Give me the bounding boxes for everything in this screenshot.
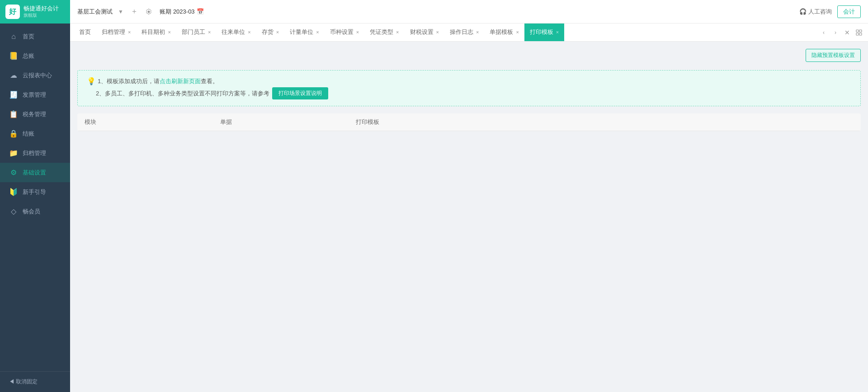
tab-close-icon[interactable]: × bbox=[276, 29, 279, 35]
tab-printtemplate[interactable]: 打印模板 × bbox=[524, 24, 564, 42]
tab-close-icon[interactable]: × bbox=[316, 29, 319, 35]
tab-close-all-button[interactable]: ✕ bbox=[842, 27, 853, 38]
sidebar-item-guide[interactable]: 🔰 新手引导 bbox=[0, 182, 70, 202]
tab-printtemplate-label: 打印模板 bbox=[530, 28, 553, 36]
add-tab-button[interactable]: ＋ bbox=[129, 6, 140, 17]
tab-oplog-label: 操作日志 bbox=[450, 28, 473, 36]
topbar-actions: ＋ bbox=[129, 6, 154, 17]
svg-rect-3 bbox=[856, 33, 859, 35]
sidebar-item-reports[interactable]: ☁ 云报表中心 bbox=[0, 66, 70, 85]
col-module-header: 模块 bbox=[85, 118, 220, 126]
refresh-link[interactable]: 点击刷新新页面 bbox=[160, 77, 201, 85]
notice-box: 💡 1、模板添加成功后，请 点击刷新新页面 查看。 2、多员工、多打印机、多种业… bbox=[77, 70, 861, 106]
tab-close-icon[interactable]: × bbox=[476, 29, 479, 35]
tab-oplog[interactable]: 操作日志 × bbox=[444, 24, 484, 42]
table-header: 模块 单据 打印模板 bbox=[77, 113, 861, 131]
tab-close-icon[interactable]: × bbox=[208, 29, 211, 35]
home-icon: ⌂ bbox=[9, 33, 18, 41]
tab-prev-button[interactable]: ‹ bbox=[818, 27, 829, 38]
tab-home-label: 首页 bbox=[79, 28, 91, 36]
sidebar: 好 畅捷通好会计 旗舰版 ⌂ 首页 📒 总账 ☁ 云报表中心 🧾 发票管理 📋 … bbox=[0, 0, 70, 392]
tab-subject-label: 科目期初 bbox=[142, 28, 165, 36]
tab-archive[interactable]: 归档管理 × bbox=[96, 24, 136, 42]
tab-close-icon[interactable]: × bbox=[356, 29, 359, 35]
reports-icon: ☁ bbox=[9, 71, 18, 80]
sidebar-item-invoice[interactable]: 🧾 发票管理 bbox=[0, 85, 70, 104]
support-button[interactable]: 🎧 人工咨询 bbox=[799, 8, 832, 16]
sidebar-item-ledger[interactable]: 📒 总账 bbox=[0, 46, 70, 66]
sidebar-logo: 好 畅捷通好会计 旗舰版 bbox=[0, 0, 70, 24]
guide-icon: 🔰 bbox=[9, 188, 18, 196]
tab-subject[interactable]: 科目期初 × bbox=[136, 24, 176, 42]
ledger-icon: 📒 bbox=[9, 52, 18, 60]
content-area: 隐藏预置模板设置 💡 1、模板添加成功后，请 点击刷新新页面 查看。 2、多员工… bbox=[70, 42, 868, 392]
account-button[interactable]: 会计 bbox=[837, 5, 861, 18]
tab-home[interactable]: 首页 bbox=[74, 24, 96, 42]
notice-line1-suffix: 查看。 bbox=[201, 77, 218, 85]
headset-icon: 🎧 bbox=[799, 8, 807, 15]
tab-finance[interactable]: 财税设置 × bbox=[405, 24, 444, 42]
tab-dept[interactable]: 部门员工 × bbox=[176, 24, 216, 42]
tax-icon: 📋 bbox=[9, 110, 18, 118]
tab-currency[interactable]: 币种设置 × bbox=[325, 24, 364, 42]
topbar: 基层工会测试 ▼ ＋ 账期 2023-03 📅 🎧 人工咨询 会计 bbox=[70, 0, 868, 24]
tab-unit[interactable]: 计量单位 × bbox=[284, 24, 324, 42]
tab-unit-label: 计量单位 bbox=[290, 28, 313, 36]
sidebar-footer-label: ◀ 取消固定 bbox=[9, 378, 38, 386]
tab-close-icon[interactable]: × bbox=[396, 29, 399, 35]
close-period-icon: 🔒 bbox=[9, 129, 18, 138]
sidebar-item-label: 归档管理 bbox=[23, 149, 46, 157]
tab-close-icon[interactable]: × bbox=[556, 29, 559, 35]
topbar-right: 🎧 人工咨询 会计 bbox=[799, 5, 861, 18]
logo-title: 畅捷通好会计 bbox=[24, 5, 59, 13]
col-template-header: 打印模板 bbox=[356, 118, 854, 126]
notice-line-2: 2、多员工、多打印机、多种业务类型设置不同打印方案等，请参考 打印场景设置说明 bbox=[87, 87, 851, 99]
archive-icon: 📁 bbox=[9, 149, 18, 157]
org-dropdown-icon[interactable]: ▼ bbox=[118, 9, 123, 15]
settings-icon: ⚙ bbox=[9, 168, 18, 177]
tab-archive-label: 归档管理 bbox=[102, 28, 125, 36]
tab-close-icon[interactable]: × bbox=[128, 29, 131, 35]
svg-rect-1 bbox=[856, 30, 859, 32]
org-name: 基层工会测试 bbox=[77, 8, 113, 16]
tab-contact[interactable]: 往来单位 × bbox=[216, 24, 256, 42]
tab-expand-button[interactable] bbox=[854, 27, 864, 38]
sidebar-item-settings[interactable]: ⚙ 基础设置 bbox=[0, 163, 70, 182]
sidebar-item-label: 税务管理 bbox=[23, 110, 46, 118]
sidebar-item-label: 发票管理 bbox=[23, 91, 46, 99]
sidebar-item-tax[interactable]: 📋 税务管理 bbox=[0, 104, 70, 124]
tab-singledoc-label: 单据模板 bbox=[490, 28, 513, 36]
hide-template-button[interactable]: 隐藏预置模板设置 bbox=[806, 49, 861, 62]
tab-currency-label: 币种设置 bbox=[330, 28, 354, 36]
tab-close-icon[interactable]: × bbox=[436, 29, 439, 35]
period-value: 2023-03 bbox=[173, 8, 195, 15]
support-label: 人工咨询 bbox=[808, 8, 832, 16]
sidebar-item-archive[interactable]: 📁 归档管理 bbox=[0, 143, 70, 163]
invoice-icon: 🧾 bbox=[9, 90, 18, 99]
sidebar-item-label: 首页 bbox=[23, 33, 34, 41]
tab-singledoc[interactable]: 单据模板 × bbox=[484, 24, 524, 42]
svg-rect-2 bbox=[859, 30, 862, 32]
topbar-settings-button[interactable] bbox=[143, 6, 154, 17]
print-scene-button[interactable]: 打印场景设置说明 bbox=[272, 87, 328, 99]
sidebar-item-member[interactable]: ◇ 畅会员 bbox=[0, 202, 70, 221]
sidebar-item-close[interactable]: 🔒 结账 bbox=[0, 124, 70, 143]
tab-close-icon[interactable]: × bbox=[516, 29, 519, 35]
tab-close-icon[interactable]: × bbox=[248, 29, 250, 35]
tab-inventory[interactable]: 存货 × bbox=[256, 24, 284, 42]
tab-inventory-label: 存货 bbox=[262, 28, 274, 36]
tab-voucher[interactable]: 凭证类型 × bbox=[364, 24, 404, 42]
sidebar-unpin-button[interactable]: ◀ 取消固定 bbox=[0, 371, 70, 392]
notice-line1-prefix: 1、模板添加成功后，请 bbox=[98, 77, 160, 85]
top-action-bar: 隐藏预置模板设置 bbox=[77, 49, 861, 66]
sidebar-item-home[interactable]: ⌂ 首页 bbox=[0, 27, 70, 46]
logo-badge: 旗舰版 bbox=[24, 12, 59, 19]
tab-close-icon[interactable]: × bbox=[168, 29, 170, 35]
logo-icon: 好 bbox=[5, 5, 20, 19]
calendar-icon[interactable]: 📅 bbox=[197, 8, 204, 15]
tab-next-button[interactable]: › bbox=[830, 27, 841, 38]
tab-contact-label: 往来单位 bbox=[222, 28, 245, 36]
sidebar-nav: ⌂ 首页 📒 总账 ☁ 云报表中心 🧾 发票管理 📋 税务管理 🔒 结账 📁 归… bbox=[0, 24, 70, 371]
sidebar-item-label: 总账 bbox=[23, 52, 34, 60]
period-label: 账期 bbox=[160, 8, 171, 16]
